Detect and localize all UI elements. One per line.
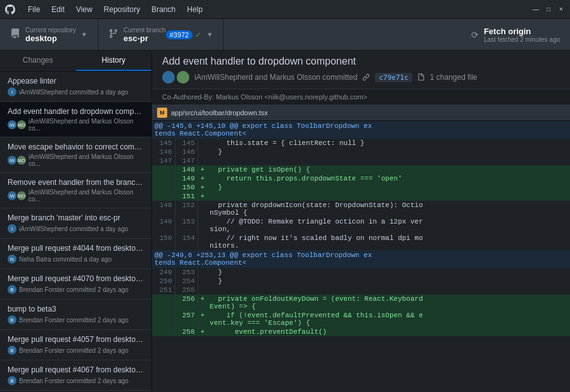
diff-row: 145 145 this.state = { clientRect: null … [152, 139, 570, 148]
diff-new-num: 255 [175, 286, 198, 294]
menu-file[interactable]: File [23, 4, 45, 15]
diff-content: this.state = { clientRect: null } [207, 139, 570, 148]
diff-context: @@ -145,6 +145,10 @@ export class Toolba… [152, 121, 570, 139]
diff-old-num: 251 [152, 286, 175, 294]
avatar: iW MO [8, 156, 26, 165]
commit-title: Appease linter [8, 77, 144, 85]
repo-label: Current repository [25, 27, 76, 34]
commit-title: Add event handler to dropdown component [162, 56, 560, 67]
commit-item[interactable]: Merge pull request #4044 from desktop/..… [0, 239, 151, 269]
diff-content: private onFoldoutKeyDown = (event: React… [207, 294, 570, 311]
diff-content: } [207, 277, 570, 286]
commit-meta: iAmWillShepherd and Markus Olsson commit… [162, 71, 560, 84]
current-repo-section[interactable]: Current repository desktop ▼ [0, 19, 98, 50]
diff-symbol [198, 286, 207, 294]
branch-label: Current branch [124, 27, 166, 34]
fetch-label: Fetch origin [484, 27, 560, 36]
commit-author: iW MO iAmWillShepherd and Markus Olsson … [8, 189, 144, 203]
diff-row: 249 253 } [152, 268, 570, 277]
commit-author: B Brendan Forster committed 2 days ago [8, 376, 144, 385]
diff-content: private get isOpen() { [207, 165, 570, 174]
diff-old-num [152, 311, 175, 327]
commit-item[interactable]: Move escape behavior to correct compo...… [0, 137, 151, 173]
diff-old-num: 146 [152, 148, 175, 156]
diff-row: 147 147 [152, 156, 570, 165]
diff-table: @@ -145,6 +145,10 @@ export class Toolba… [152, 121, 570, 336]
diff-new-num: 149 [175, 174, 198, 183]
diff-symbol [198, 139, 207, 148]
diff-content [207, 192, 570, 201]
commit-author: I iAmWillShepherd committed a day ago [8, 224, 144, 233]
avatar: B [8, 376, 16, 385]
commit-title: Merge pull request #4067 from desktop/..… [8, 365, 144, 374]
commit-item[interactable]: Merge pull request #4070 from desktop/..… [0, 269, 151, 300]
diff-symbol [198, 234, 207, 250]
commit-item[interactable]: Merge pull request #4057 from desktop/..… [0, 330, 151, 360]
diff-new-num: 151 [175, 192, 198, 201]
tab-history[interactable]: History [76, 51, 152, 71]
right-panel: Add event handler to dropdown component … [152, 51, 570, 392]
diff-symbol: + [198, 294, 207, 311]
commit-item[interactable]: Add event handler to dropdown compon... … [0, 102, 151, 137]
diff-row: 149 153 // @TODO: Remake triangle octico… [152, 217, 570, 234]
diff-content [207, 286, 570, 294]
diff-content: if (!event.defaultPrevented && this.isOp… [207, 311, 570, 327]
diff-symbol [198, 156, 207, 165]
file-type-icon: M [157, 108, 167, 118]
menu-repository[interactable]: Repository [99, 4, 145, 15]
diff-symbol: + [198, 165, 207, 174]
window-controls: — □ × [532, 6, 565, 13]
diff-symbol: + [198, 311, 207, 327]
check-icon: ✓ [195, 30, 201, 39]
fetch-origin-section[interactable]: ⟳ Fetch origin Last fetched 2 minutes ag… [461, 19, 570, 50]
diff-symbol: + [198, 327, 207, 336]
menu-view[interactable]: View [71, 4, 98, 15]
commit-item[interactable]: bump to beta3 B Brendan Forster committe… [0, 300, 151, 330]
diff-row: 256 + private onFoldoutKeyDown = (event:… [152, 294, 570, 311]
top-bar: File Edit View Repository Branch Help — … [0, 0, 570, 19]
diff-new-num: 145 [175, 139, 198, 148]
left-panel: Changes History Appease linter I iAmWill… [0, 51, 152, 392]
maximize-button[interactable]: □ [545, 6, 552, 13]
commit-author: I iAmWillShepherd committed a day ago [8, 87, 144, 96]
diff-file-header: M app/src/ui/toolbar/dropdown.tsx [152, 105, 570, 121]
tabs: Changes History [0, 51, 151, 72]
commit-header: Add event handler to dropdown component … [152, 51, 570, 89]
commit-item[interactable]: Merge pull request #4067 from desktop/..… [0, 360, 151, 391]
diff-old-num: 150 [152, 234, 175, 250]
minimize-button[interactable]: — [532, 6, 540, 13]
branch-chevron: ▼ [206, 31, 213, 38]
tab-changes[interactable]: Changes [0, 51, 76, 71]
menu-help[interactable]: Help [182, 4, 208, 15]
commit-item[interactable]: Merge branch 'master' into esc-pr I iAmW… [0, 208, 151, 239]
file-path: app/src/ui/toolbar/dropdown.tsx [171, 109, 268, 117]
commit-item[interactable]: Remove event handler from the branches..… [0, 173, 151, 208]
commit-title: Move escape behavior to correct compo... [8, 142, 144, 151]
diff-row: 146 146 } [152, 148, 570, 156]
diff-old-num: 147 [152, 156, 175, 165]
avatar: I [8, 224, 16, 233]
diff-row: 258 + event.preventDefault() [152, 327, 570, 336]
fetch-icon: ⟳ [471, 30, 479, 40]
diff-new-num: 254 [175, 277, 198, 286]
close-button[interactable]: × [557, 6, 565, 13]
commit-author: B Brendan Forster committed 2 days ago [8, 346, 144, 355]
diff-row: @@ -249,6 +253,13 @@ export class Toolba… [152, 250, 570, 268]
diff-row: 250 254 } [152, 277, 570, 286]
commit-item[interactable]: Appease linter I iAmWillShepherd committ… [0, 72, 151, 102]
menu-branch[interactable]: Branch [146, 4, 180, 15]
diff-old-num: 249 [152, 268, 175, 277]
commit-list[interactable]: Appease linter I iAmWillShepherd committ… [0, 72, 151, 392]
diff-new-num: 256 [175, 294, 198, 311]
commit-title: Merge pull request #4057 from desktop/..… [8, 335, 144, 344]
commit-author: B Brendan Forster committed 2 days ago [8, 315, 144, 324]
pr-badge: #3972 [166, 30, 193, 39]
diff-row: 150 + } [152, 183, 570, 192]
menu-edit[interactable]: Edit [46, 4, 70, 15]
changed-files: 1 changed file [430, 73, 478, 82]
current-branch-section[interactable]: Current branch esc-pr #3972 ✓ ▼ [98, 19, 224, 50]
commit-sha: c79e71c [375, 73, 412, 82]
diff-container[interactable]: M app/src/ui/toolbar/dropdown.tsx @@ -14… [152, 105, 570, 392]
diff-old-num [152, 192, 175, 201]
diff-row: 150 154 // right now it's scaled badly o… [152, 234, 570, 250]
